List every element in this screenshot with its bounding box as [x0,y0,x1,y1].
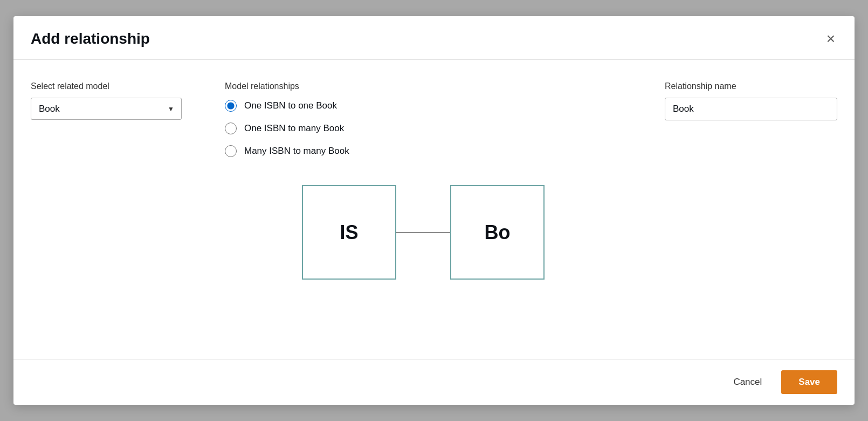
relationship-name-label: Relationship name [665,82,837,91]
relationship-diagram: IS Bo [225,185,622,280]
relationship-name-section: Relationship name [665,82,837,120]
radio-one-to-many-label: One ISBN to many Book [244,123,344,134]
radio-one-to-many[interactable] [225,123,237,134]
modal-dialog: Add relationship × Select related model … [13,16,855,405]
radio-one-to-one-label: One ISBN to one Book [244,100,337,111]
save-button[interactable]: Save [781,370,837,394]
diagram-left-box: IS [302,185,396,280]
modal-header: Add relationship × [13,16,855,60]
radio-option-one-to-many[interactable]: One ISBN to many Book [225,123,622,134]
select-related-model-section: Select related model Book Author Publish… [31,82,182,120]
diagram-right-text: Bo [485,221,511,244]
radio-option-many-to-many[interactable]: Many ISBN to many Book [225,145,622,157]
close-button[interactable]: × [824,29,837,49]
model-relationships-section: Model relationships One ISBN to one Book… [225,82,622,280]
modal-title: Add relationship [31,30,150,47]
modal-overlay: Add relationship × Select related model … [0,0,868,421]
select-wrapper: Book Author Publisher ▼ [31,98,182,120]
relationship-name-input[interactable] [665,98,837,120]
radio-many-to-many-label: Many ISBN to many Book [244,146,349,157]
model-relationships-label: Model relationships [225,82,622,91]
radio-one-to-one[interactable] [225,100,237,112]
radio-group: One ISBN to one Book One ISBN to many Bo… [225,100,622,157]
cancel-button[interactable]: Cancel [725,371,770,393]
radio-many-to-many[interactable] [225,145,237,157]
select-model-label: Select related model [31,82,182,91]
diagram-connector-line [396,232,450,233]
modal-body: Select related model Book Author Publish… [13,60,855,359]
radio-option-one-to-one[interactable]: One ISBN to one Book [225,100,622,112]
diagram-right-box: Bo [450,185,545,280]
diagram-left-text: IS [340,221,358,244]
related-model-select[interactable]: Book Author Publisher [31,98,182,120]
modal-footer: Cancel Save [13,359,855,405]
